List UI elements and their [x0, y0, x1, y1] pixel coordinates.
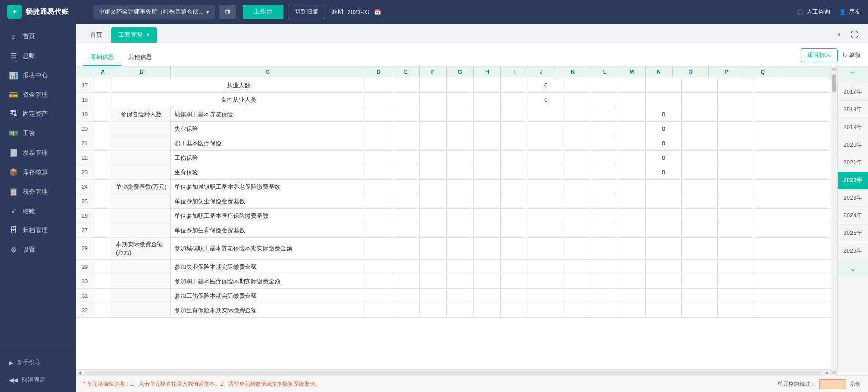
cell-31-L[interactable]: [564, 289, 591, 303]
cell-27-N[interactable]: [618, 223, 646, 237]
year-item-2019[interactable]: 2019年: [838, 119, 868, 136]
cell-31-G[interactable]: [447, 289, 474, 303]
cell-29-L[interactable]: [564, 260, 591, 274]
sub-tab-other-info[interactable]: 其他信息: [121, 49, 159, 66]
cell-26-A[interactable]: [94, 209, 112, 223]
cell-17-O[interactable]: [646, 78, 682, 92]
cell-21-C[interactable]: 职工基本医疗保险: [171, 136, 365, 150]
cell-18-Q[interactable]: [718, 93, 754, 107]
year-item-2023[interactable]: 2023年: [838, 189, 868, 207]
cell-22-K[interactable]: [528, 151, 564, 165]
cell-19-D[interactable]: [365, 107, 392, 121]
cell-20-C[interactable]: 失业保险: [171, 122, 365, 136]
cell-26-I[interactable]: [501, 209, 528, 223]
cell-23-Q[interactable]: [718, 165, 754, 179]
cell-30-I[interactable]: [501, 274, 528, 288]
cell-32-B[interactable]: [112, 303, 171, 317]
year-item-2022[interactable]: 2022年: [838, 172, 868, 189]
cell-24-K[interactable]: [528, 180, 564, 194]
cell-19-H[interactable]: [474, 107, 501, 121]
cell-25-F[interactable]: [420, 194, 447, 208]
cell-19-Q[interactable]: [718, 107, 754, 121]
cell-23-N[interactable]: [618, 165, 646, 179]
v-scroll-down-arrow[interactable]: [832, 371, 836, 374]
cell-30-E[interactable]: [392, 274, 420, 288]
year-item-2024[interactable]: 2024年: [838, 207, 868, 225]
cell-29-Q[interactable]: [718, 260, 754, 274]
cell-20-O[interactable]: 0: [646, 122, 682, 136]
cell-18-P[interactable]: [682, 93, 718, 107]
cell-19-A[interactable]: [94, 107, 112, 121]
year-panel-up-arrow[interactable]: ⌃: [838, 66, 868, 83]
cell-21-M[interactable]: [591, 136, 618, 150]
cell-24-M[interactable]: [591, 180, 618, 194]
cell-28-K[interactable]: [528, 238, 564, 259]
cell-21-F[interactable]: [420, 136, 447, 150]
cell-26-C[interactable]: 单位参加职工基本医疗保险缴费基数: [171, 209, 365, 223]
cell-32-D[interactable]: [365, 303, 392, 317]
cell-23-O[interactable]: 0: [646, 165, 682, 179]
sidebar-item-settings[interactable]: ⚙ 设置: [0, 240, 76, 259]
cell-24-Q[interactable]: [718, 180, 754, 194]
cell-19-P[interactable]: [682, 107, 718, 121]
cell-19-C[interactable]: 城镇职工基本养老保险: [171, 107, 365, 121]
cell-27-D[interactable]: [365, 223, 392, 237]
cell-26-L[interactable]: [564, 209, 591, 223]
cell-24-P[interactable]: [682, 180, 718, 194]
cell-28-B[interactable]: 本期实际缴费金额(万元): [112, 238, 171, 259]
cell-29-O[interactable]: [646, 260, 682, 274]
cell-31-P[interactable]: [682, 289, 718, 303]
cell-31-Q[interactable]: [718, 289, 754, 303]
cell-30-G[interactable]: [447, 274, 474, 288]
cell-17-P[interactable]: [682, 78, 718, 92]
cell-18-B[interactable]: 女性从业人员: [112, 93, 365, 107]
cell-18-D[interactable]: [365, 93, 392, 107]
cell-21-P[interactable]: [682, 136, 718, 150]
cell-24-L[interactable]: [564, 180, 591, 194]
cell-25-D[interactable]: [365, 194, 392, 208]
cell-18-L[interactable]: [564, 93, 591, 107]
cell-25-C[interactable]: 单位参加失业保险缴费基数: [171, 194, 365, 208]
cell-29-M[interactable]: [591, 260, 618, 274]
cell-21-H[interactable]: [474, 136, 501, 150]
cell-25-M[interactable]: [591, 194, 618, 208]
cell-28-M[interactable]: [591, 238, 618, 259]
cell-30-A[interactable]: [94, 274, 112, 288]
cell-28-P[interactable]: [682, 238, 718, 259]
cell-19-I[interactable]: [501, 107, 528, 121]
cell-28-D[interactable]: [365, 238, 392, 259]
cell-31-B[interactable]: [112, 289, 171, 303]
cell-21-D[interactable]: [365, 136, 392, 150]
cell-27-H[interactable]: [474, 223, 501, 237]
v-scroll-thumb[interactable]: [832, 74, 836, 92]
reset-report-button[interactable]: 重置报表: [801, 48, 838, 62]
sidebar-item-fixed-assets[interactable]: 🏗 固定资产: [0, 105, 76, 124]
cell-23-L[interactable]: [564, 165, 591, 179]
cell-21-E[interactable]: [392, 136, 420, 150]
cell-20-E[interactable]: [392, 122, 420, 136]
cell-26-H[interactable]: [474, 209, 501, 223]
cell-25-K[interactable]: [528, 194, 564, 208]
cell-29-F[interactable]: [420, 260, 447, 274]
cell-32-C[interactable]: 参加生育保险本期实际缴费金额: [171, 303, 365, 317]
cell-28-H[interactable]: [474, 238, 501, 259]
cell-19-M[interactable]: [591, 107, 618, 121]
sidebar-item-salary[interactable]: 💵 工资: [0, 124, 76, 143]
cell-31-F[interactable]: [420, 289, 447, 303]
cell-25-A[interactable]: [94, 194, 112, 208]
cell-17-I[interactable]: [501, 78, 528, 92]
cell-22-O[interactable]: 0: [646, 151, 682, 165]
cell-32-Q[interactable]: [718, 303, 754, 317]
company-selector[interactable]: 中审众环会计师事务所（特殊普通合伙... ▾: [93, 5, 215, 19]
cell-23-C[interactable]: 生育保险: [171, 165, 365, 179]
cell-20-I[interactable]: [501, 122, 528, 136]
tab-close-icon[interactable]: ×: [146, 32, 150, 38]
cell-20-H[interactable]: [474, 122, 501, 136]
cell-19-B[interactable]: 参保各险种人数: [112, 107, 171, 121]
cell-17-D[interactable]: [365, 78, 392, 92]
year-panel-down-arrow[interactable]: ⌄: [838, 260, 868, 277]
sidebar-item-checkout[interactable]: ✓ 结账: [0, 201, 76, 221]
cell-27-K[interactable]: [528, 223, 564, 237]
cell-17-B[interactable]: 从业人数: [112, 78, 365, 92]
cell-29-P[interactable]: [682, 260, 718, 274]
